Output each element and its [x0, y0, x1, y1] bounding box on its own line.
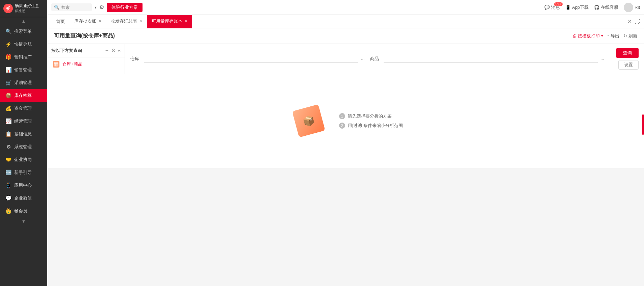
add-scheme-icon[interactable]: ＋	[104, 47, 109, 54]
brand-name: 畅康通好生意	[15, 3, 39, 9]
box-shape: 📦	[292, 104, 325, 137]
search-icon: 🔍	[54, 5, 59, 10]
sidebar-item-wechat[interactable]: 💬 企业微信	[0, 192, 47, 205]
sidebar-item-member[interactable]: 👑 畅会员	[0, 205, 47, 217]
sidebar-item-search[interactable]: 🔍 搜索菜单	[0, 25, 47, 38]
tab-receipt-summary[interactable]: 收发存汇总表 ✕	[106, 15, 147, 28]
settings-scheme-icon[interactable]: ⊙	[111, 47, 116, 54]
sidebar-item-appstore[interactable]: 📱 应用中心	[0, 179, 47, 192]
tab-label: 库存批次账	[74, 18, 96, 24]
brand: 畅 畅康通好生意 标准版	[0, 0, 47, 17]
wechat-icon: 💬	[5, 195, 11, 201]
empty-step-2: 2 用[过滤]条件来缩小分析范围	[339, 123, 403, 129]
enterprise-icon: 🤝	[5, 157, 11, 163]
sidebar-item-marketing[interactable]: 🎁 营销推广	[0, 51, 47, 63]
marketing-icon: 🎁	[5, 54, 11, 60]
shortcut-icon: ⚡	[5, 41, 11, 47]
scheme-item-label: 仓库+商品	[62, 61, 82, 67]
sidebar-item-label: 经营管理	[14, 118, 32, 124]
warehouse-field: 仓库 ···	[130, 55, 365, 63]
goods-input[interactable]	[384, 55, 598, 63]
tab-label: 可用量库存账本	[152, 18, 182, 24]
step-2-text: 用[过滤]条件来缩小分析范围	[348, 123, 403, 129]
tab-home[interactable]: 首页	[51, 15, 70, 28]
page-content: 可用量查询(按仓库+商品) 🖨 按模板打印 ▾ ↑ 导出 ↻ 刷新	[47, 28, 644, 286]
export-btn[interactable]: ↑ 导出	[607, 33, 620, 39]
expand-icon[interactable]: ⛶	[635, 19, 640, 25]
brand-icon: 畅	[3, 4, 13, 13]
dropdown-chevron-icon[interactable]: ▾	[95, 5, 97, 10]
sidebar-scroll-down[interactable]: ▼	[0, 217, 47, 225]
settings-button[interactable]: 设置	[618, 60, 639, 70]
scheme-header-actions: ＋ ⊙ «	[104, 47, 121, 54]
page-header: 可用量查询(按仓库+商品) 🖨 按模板打印 ▾ ↑ 导出 ↻ 刷新	[47, 28, 644, 44]
sidebar-item-sales[interactable]: 📊 销售管理	[0, 63, 47, 76]
basics-icon: 📋	[5, 131, 11, 137]
guide-icon: 🆕	[5, 170, 11, 176]
export-label: 导出	[611, 33, 619, 39]
refresh-btn[interactable]: ↻ 刷新	[623, 33, 637, 39]
collapse-icon[interactable]: «	[118, 47, 121, 54]
sidebar-item-shortcut[interactable]: ⚡ 快捷导航	[0, 38, 47, 51]
refresh-icon: ↻	[623, 33, 627, 38]
message-badge: 99+	[554, 2, 563, 6]
sidebar-item-system[interactable]: ⚙ 系统管理	[0, 140, 47, 153]
sidebar-item-label: 搜索菜单	[14, 28, 32, 34]
message-btn[interactable]: 💬 消息 99+	[544, 4, 560, 10]
user-avatar-area[interactable]: Rit	[624, 3, 640, 12]
warehouse-more-icon[interactable]: ···	[361, 56, 365, 61]
search-icon: 🔍	[5, 28, 11, 34]
finance-icon: 💰	[5, 105, 11, 111]
sidebar-item-label: 快捷导航	[14, 41, 32, 47]
close-window-icon[interactable]: ✕	[627, 18, 632, 25]
gear-icon[interactable]: ⚙	[99, 4, 104, 10]
warehouse-input[interactable]	[144, 55, 358, 63]
sidebar-item-inventory[interactable]: 📦 库存核算	[0, 89, 47, 102]
template-print-btn[interactable]: 🖨 按模板打印 ▾	[572, 33, 603, 39]
topbar-search-box[interactable]: 🔍	[51, 3, 92, 11]
app-download-btn[interactable]: 📱 App下载	[565, 4, 589, 10]
sidebar-scroll-up[interactable]: ▲	[0, 17, 47, 25]
tab-batch-account[interactable]: 库存批次账 ✕	[70, 15, 106, 28]
brand-sub: 标准版	[15, 9, 39, 14]
filter-actions: 查询 设置	[610, 48, 639, 70]
svg-rect-0	[54, 62, 58, 66]
sales-icon: 📊	[5, 67, 11, 73]
step-1-number: 1	[339, 113, 345, 119]
sidebar-item-purchase[interactable]: 🛒 采购管理	[0, 76, 47, 89]
sidebar-item-label: 企业协同	[14, 157, 32, 163]
empty-step-1: 1 请先选择要分析的方案	[339, 113, 403, 119]
online-service-label: 在线客服	[601, 4, 618, 10]
close-tab-icon[interactable]: ✕	[184, 19, 187, 23]
scheme-panel-header: 按以下方案查询 ＋ ⊙ «	[47, 44, 125, 57]
message-icon: 💬	[544, 5, 550, 10]
headset-icon: 🎧	[594, 5, 599, 10]
tab-available-ledger[interactable]: 可用量库存账本 ✕	[147, 15, 192, 28]
sidebar-item-label: 企业微信	[14, 195, 32, 201]
query-button[interactable]: 查询	[616, 48, 639, 58]
online-service-btn[interactable]: 🎧 在线客服	[594, 4, 618, 10]
sidebar-item-basics[interactable]: 📋 基础信息	[0, 128, 47, 140]
chevron-down-icon[interactable]: ▾	[601, 34, 603, 38]
goods-more-icon[interactable]: ···	[600, 56, 604, 61]
sidebar-item-label: 畅会员	[14, 208, 27, 214]
sidebar-item-operations[interactable]: 📈 经营管理	[0, 115, 47, 128]
close-tab-icon[interactable]: ✕	[139, 19, 142, 23]
box-face-icon: 📦	[302, 114, 316, 128]
solution-button[interactable]: 体验行业方案	[107, 3, 143, 12]
scheme-item-warehouse-goods[interactable]: 仓库+商品	[47, 57, 125, 71]
sidebar-item-guide[interactable]: 🆕 新手引导	[0, 166, 47, 179]
sidebar-item-finance[interactable]: 💰 资金管理	[0, 102, 47, 115]
filter-area: 仓库 ··· 商品 ··· 查询 设置	[125, 44, 644, 74]
sidebar-item-enterprise[interactable]: 🤝 企业协同	[0, 153, 47, 166]
goods-label: 商品	[370, 56, 381, 62]
search-input[interactable]	[61, 5, 88, 10]
inventory-icon: 📦	[5, 93, 11, 99]
tab-label: 收发存汇总表	[111, 18, 137, 24]
warehouse-label: 仓库	[130, 56, 141, 62]
close-tab-icon[interactable]: ✕	[98, 19, 101, 23]
scheme-panel: 按以下方案查询 ＋ ⊙ « 仓库+商品	[47, 44, 125, 74]
side-scroll-indicator[interactable]	[642, 114, 644, 135]
query-area: 按以下方案查询 ＋ ⊙ « 仓库+商品	[47, 44, 644, 74]
sidebar-item-label: 应用中心	[14, 182, 32, 188]
